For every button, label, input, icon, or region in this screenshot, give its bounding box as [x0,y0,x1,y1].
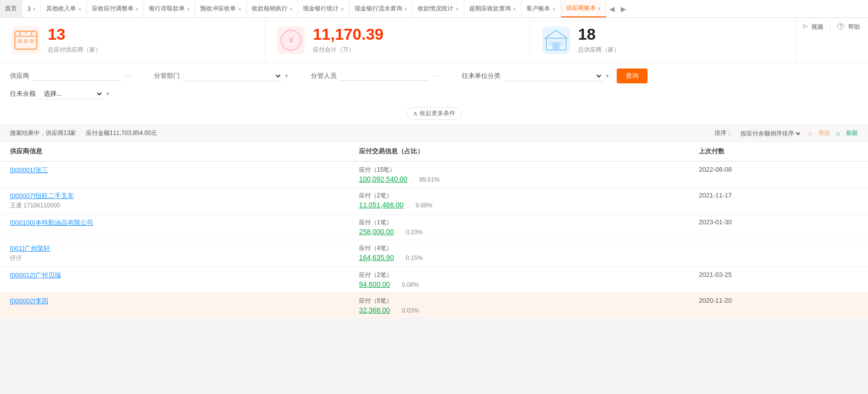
filter-person: 分管人员 ··· [311,71,438,81]
pay-label: 应付（2笔） [359,192,679,200]
tab-supplierbook-close[interactable]: × [598,5,601,11]
collapse-bar: ∧ 收起更多条件 [10,104,858,125]
transaction-cell: 应付（2笔）11,051,486.009.89% [349,188,689,214]
tab-cashstat[interactable]: 现金银行统计 × [298,0,349,17]
amount-link[interactable]: 94,600.00 [359,280,390,288]
tab-recstat-close[interactable]: × [455,6,458,12]
result-bar: 搜索结果中，供应商13家 应付金额111,703,854.00元 排序： 按应付… [0,125,868,142]
help-label[interactable]: 帮助 [848,23,860,31]
amount-link[interactable]: 258,000.00 [359,228,394,236]
category-select[interactable] [504,70,603,81]
amount-pct: 89.61% [419,176,439,183]
video-label[interactable]: 视频 [811,23,823,31]
tab-supplierbook[interactable]: 供应商账本 × [561,0,606,17]
supplier-label: 供应商 [10,71,29,80]
tab-3[interactable]: 3 × [22,0,41,17]
svg-rect-5 [24,39,28,43]
supplier-table: 供应商信息 应付交易信息（占比） 上次付数 [000001]张三应付（15笔）1… [0,142,868,319]
tab-custbook[interactable]: 客户账本 × [521,0,561,17]
tab-cashflow[interactable]: 现金银行流水查询 × [350,0,413,17]
tab-cashstat-label: 现金银行统计 [303,4,339,13]
col-header-transaction: 应付交易信息（占比） [349,142,689,161]
tab-verify-close[interactable]: × [289,6,292,12]
help-icon: ? [837,23,844,30]
table-wrapper: 供应商信息 应付交易信息（占比） 上次付数 [000001]张三应付（15笔）1… [0,142,868,319]
amount-link[interactable]: 11,051,486.00 [359,201,404,209]
amount-link[interactable]: 164,635.90 [359,254,394,262]
tab-income[interactable]: 其他收入单 × [41,0,86,17]
tab-verify[interactable]: 收款核销执行 × [247,0,298,17]
supplier-link[interactable]: [000001]张三 [10,166,48,174]
person-input[interactable] [340,71,429,81]
pay-label: 应付（2笔） [359,271,679,279]
tab-income-close[interactable]: × [78,6,81,12]
card1-icon: ¥ [12,26,40,54]
card3-label: 总供应商（家） [578,46,620,54]
table-row: [000100]本特勤油品有限公司应付（1笔）258,000.000.23%20… [0,214,868,240]
tab-cashflow-close[interactable]: × [404,6,407,12]
last-pay-cell [689,240,868,267]
tab-home[interactable]: 首页 [0,0,22,17]
filter-balance: 往来余额 选择... ▾ [10,88,109,99]
table-row: [001]广州荣轩仔仔应付（4笔）164,635.900.15% [0,240,868,267]
tab-prepay-label: 预收冲应收单 [200,4,236,13]
tab-overdue-label: 超期应收款查询 [469,4,511,13]
tab-custbook-close[interactable]: × [552,6,555,12]
supplier-link[interactable]: [000002]李四 [10,297,48,305]
nav-prev-arrow[interactable]: ◀ [606,5,618,13]
export-label[interactable]: 导出 [818,129,830,137]
filter-supplier: 供应商 ··· [10,71,131,81]
department-label: 分管部门 [154,71,180,80]
result-summary: 搜索结果中，供应商13家 应付金额111,703,854.00元 [10,129,157,137]
svg-rect-15 [560,41,564,45]
supplier-input[interactable] [32,71,122,81]
summary-card-payable-suppliers: ¥ 13 总应付供应商（家） [0,18,265,62]
department-select[interactable] [183,70,282,81]
nav-next-arrow[interactable]: ▶ [618,5,629,13]
supplier-link[interactable]: [001]广州荣轩 [10,245,50,252]
tab-overdue-close[interactable]: × [513,6,516,12]
balance-select[interactable]: 选择... [39,88,103,99]
filter-department: 分管部门 ▾ [154,70,288,81]
tab-prepay[interactable]: 预收冲应收单 × [195,0,246,17]
tab-cashflow-label: 现金银行流水查询 [355,4,402,13]
amount-pct: 0.03% [402,307,419,314]
tab-bank[interactable]: 银行存取款单 × [144,0,195,17]
svg-text:¥: ¥ [288,34,294,45]
card1-number: 13 [48,26,101,43]
tab-adjust-close[interactable]: × [136,6,139,12]
tab-prepay-close[interactable]: × [238,6,241,12]
tab-adjust[interactable]: 应收应付调整单 × [87,0,144,17]
tab-custbook-label: 客户账本 [526,4,550,13]
col-header-lastpay: 上次付数 [689,142,868,161]
filter-bar: 供应商 ··· 分管部门 ▾ 分管人员 ··· 往来单位分类 ▾ 查询 [0,63,868,125]
amount-link[interactable]: 100,092,540.00 [359,175,407,183]
result-tools: 排序： 按应付余额倒序排序 ○ 导出 ○ 刷新 [715,129,858,137]
svg-rect-14 [548,41,552,45]
collapse-button[interactable]: ∧ 收起更多条件 [407,107,462,120]
supplier-link[interactable]: [000012]广州贝瑞 [10,271,61,279]
supplier-dots[interactable]: ··· [125,71,131,80]
refresh-circle-icon: ○ [836,130,840,137]
last-pay-cell: 2023-01-30 [689,214,868,240]
sort-select[interactable]: 按应付余额倒序排序 [738,130,802,137]
transaction-cell: 应付（1笔）258,000.000.23% [349,214,689,240]
filter-row-2: 往来余额 选择... ▾ [10,88,858,99]
tab-bank-close[interactable]: × [187,6,190,12]
tab-recstat[interactable]: 收款情况统计 × [413,0,464,17]
tab-bank-label: 银行存取款单 [149,4,185,13]
supplier-cell: [000012]广州贝瑞 [0,267,349,293]
tab-cashstat-close[interactable]: × [341,6,344,12]
person-dots[interactable]: ··· [432,71,438,80]
summary-card-total-payable: ¥ 11,170.39 应付合计（万） [265,18,530,62]
query-button[interactable]: 查询 [617,68,648,83]
tab-3-close[interactable]: × [33,6,36,12]
supplier-link[interactable]: [000100]本特勤油品有限公司 [10,219,93,226]
amount-link[interactable]: 32,366.00 [359,306,390,314]
tab-overdue[interactable]: 超期应收款查询 × [464,0,521,17]
pay-label: 应付（1笔） [359,218,679,227]
card1-label: 总应付供应商（家） [48,46,101,54]
refresh-label[interactable]: 刷新 [846,129,858,137]
table-row: [000007]恒旺二手叉车王通 17106110000应付（2笔）11,051… [0,188,868,214]
supplier-link[interactable]: [000007]恒旺二手叉车 [10,192,74,199]
